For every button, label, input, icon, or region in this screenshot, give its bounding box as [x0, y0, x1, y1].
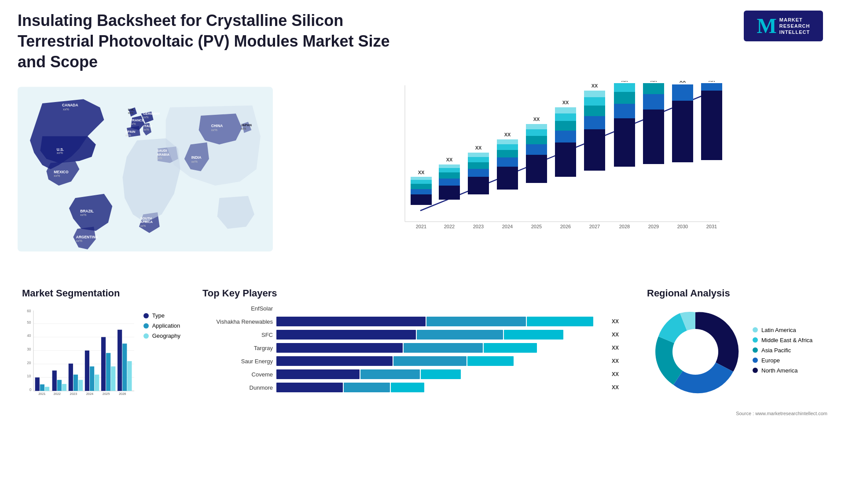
- svg-rect-76: [555, 107, 576, 113]
- bar-light: [527, 317, 593, 326]
- legend-north-america-label: North America: [761, 367, 797, 374]
- player-row: EnfSolar: [202, 303, 625, 313]
- bar-mid: [426, 317, 526, 326]
- svg-rect-62: [497, 139, 518, 144]
- svg-rect-132: [85, 351, 89, 391]
- legend-north-america-dot: [753, 368, 758, 373]
- legend-europe-dot: [753, 358, 758, 363]
- svg-rect-136: [101, 337, 106, 391]
- logo-box: M MARKET RESEARCH INTELLECT: [744, 11, 823, 41]
- svg-text:50: 50: [27, 320, 31, 325]
- player-bar: [276, 383, 608, 392]
- svg-rect-38: [411, 189, 432, 194]
- svg-text:2024: 2024: [86, 392, 93, 396]
- svg-text:2025: 2025: [531, 224, 542, 229]
- player-bar: [276, 317, 608, 326]
- player-name: SFC: [202, 332, 273, 338]
- bar-dark: [276, 383, 343, 392]
- player-bar: [276, 356, 608, 366]
- svg-rect-129: [73, 375, 78, 391]
- bar-mid: [360, 369, 420, 379]
- svg-rect-48: [439, 164, 460, 168]
- legend-geography-label: Geography: [152, 332, 180, 339]
- svg-rect-89: [614, 83, 635, 92]
- svg-rect-88: [614, 92, 635, 104]
- bar-mid: [344, 383, 390, 392]
- bar-mid: [404, 343, 483, 353]
- legend-application: Application: [143, 322, 180, 329]
- svg-text:2024: 2024: [502, 224, 513, 229]
- svg-rect-120: [35, 378, 40, 391]
- svg-rect-46: [439, 172, 460, 179]
- svg-rect-82: [584, 97, 605, 106]
- regional-legend: Latin America Middle East & Africa Asia …: [753, 327, 812, 377]
- svg-text:XX: XX: [562, 100, 569, 105]
- legend-latin-america: Latin America: [753, 327, 812, 333]
- svg-rect-86: [614, 118, 635, 167]
- player-row: Dunmore XX: [202, 383, 625, 392]
- svg-rect-45: [439, 179, 460, 186]
- svg-text:XX: XX: [418, 170, 425, 175]
- legend-latin-america-label: Latin America: [761, 327, 796, 333]
- svg-text:xx%: xx%: [143, 116, 149, 119]
- svg-text:xx%: xx%: [191, 160, 198, 164]
- player-name: Coveme: [202, 371, 273, 378]
- legend-middle-east: Middle East & Africa: [753, 337, 812, 343]
- svg-rect-73: [555, 131, 576, 142]
- svg-text:2025: 2025: [103, 392, 110, 396]
- svg-rect-39: [411, 184, 432, 189]
- svg-text:2028: 2028: [619, 224, 630, 229]
- segmentation-section: Market Segmentation 0 10 20 30 40 50 60: [18, 283, 185, 405]
- svg-rect-80: [584, 116, 605, 129]
- logo-text: MARKET RESEARCH INTELLECT: [779, 17, 810, 36]
- svg-text:xx%: xx%: [57, 151, 63, 155]
- svg-text:2030: 2030: [677, 224, 688, 229]
- svg-rect-65: [526, 155, 547, 183]
- bar-mid: [393, 356, 467, 366]
- svg-rect-54: [468, 157, 489, 162]
- svg-text:xx%: xx%: [63, 107, 69, 111]
- svg-text:xx%: xx%: [211, 128, 217, 132]
- segmentation-chart: 0 10 20 30 40 50 60: [22, 303, 136, 400]
- source-text: Source : www.marketresearchintellect.com: [0, 409, 845, 418]
- player-row: Targray XX: [202, 343, 625, 353]
- svg-rect-101: [701, 91, 722, 160]
- svg-rect-79: [584, 129, 605, 171]
- svg-text:AFRICA: AFRICA: [140, 220, 153, 224]
- bar-mid: [417, 330, 503, 340]
- logo-line3: INTELLECT: [779, 29, 810, 35]
- player-value: XX: [612, 318, 625, 325]
- svg-rect-41: [411, 177, 432, 180]
- player-value: XX: [612, 345, 625, 351]
- svg-rect-55: [468, 153, 489, 157]
- svg-rect-142: [127, 362, 132, 391]
- player-value: XX: [612, 358, 625, 364]
- donut-container: Latin America Middle East & Africa Asia …: [647, 303, 823, 400]
- svg-text:10: 10: [27, 374, 31, 379]
- player-name: Targray: [202, 345, 273, 351]
- legend-geography-dot: [143, 333, 149, 339]
- players-bars: EnfSolar Vishakha Renewables XX: [202, 303, 625, 392]
- bar-light: [391, 383, 424, 392]
- svg-rect-81: [584, 106, 605, 116]
- svg-text:xx%: xx%: [128, 112, 134, 115]
- svg-text:ARABIA: ARABIA: [157, 153, 170, 157]
- svg-text:XX: XX: [680, 81, 686, 84]
- svg-text:2026: 2026: [119, 392, 126, 396]
- svg-rect-140: [118, 330, 122, 391]
- svg-text:xx%: xx%: [140, 224, 146, 227]
- svg-text:XX: XX: [504, 132, 511, 137]
- player-row: Vishakha Renewables XX: [202, 317, 625, 326]
- svg-text:2027: 2027: [589, 224, 600, 229]
- player-row: Saur Energy XX: [202, 356, 625, 366]
- legend-europe: Europe: [753, 357, 812, 364]
- bar-dark: [276, 356, 393, 366]
- legend-north-america: North America: [753, 367, 812, 374]
- svg-rect-69: [526, 124, 547, 129]
- bar-light: [504, 330, 564, 340]
- bar-dark: [276, 343, 403, 353]
- svg-rect-67: [526, 136, 547, 144]
- donut-chart: [647, 303, 744, 400]
- svg-text:2023: 2023: [70, 392, 77, 396]
- svg-text:xx%: xx%: [125, 134, 131, 137]
